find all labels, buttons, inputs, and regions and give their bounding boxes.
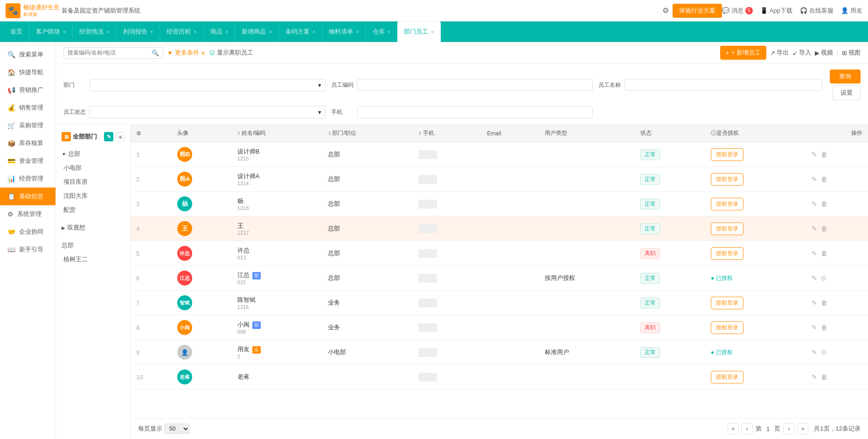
auth-button[interactable]: 授权登录 — [711, 247, 743, 260]
page-size-select[interactable]: 50 100 200 — [164, 424, 190, 434]
auth-button[interactable]: 授权登录 — [711, 321, 743, 334]
auth-button[interactable]: 授权登录 — [711, 173, 743, 186]
auth-button[interactable]: 授权登录 — [711, 223, 743, 235]
next-page-button[interactable]: › — [783, 423, 794, 434]
dept-select[interactable]: ▾ — [90, 79, 326, 91]
dept-item-peihuo[interactable]: 配货 — [56, 203, 130, 217]
edit-icon[interactable]: ✎ — [812, 200, 817, 208]
delete-icon[interactable]: 🗑 — [821, 299, 827, 307]
delete-icon[interactable]: 🗑 — [821, 151, 827, 158]
col-name[interactable]: ↕ 姓名/编码 — [232, 125, 322, 142]
search-box[interactable]: 🔍 — [63, 47, 163, 59]
col-settings[interactable]: ⚙ — [131, 125, 172, 142]
sidebar-item-sales[interactable]: 💰 销售管理 — [0, 99, 56, 117]
add-employee-button[interactable]: + + 新增员工 — [720, 46, 766, 60]
export-button[interactable]: ↗ 导出 — [770, 49, 789, 57]
view-button[interactable]: ⊞ 视图 — [842, 49, 861, 57]
page-number: 1 — [766, 425, 770, 432]
nav-tab-customer[interactable]: 客户联络 × — [29, 21, 73, 42]
nav-tab-barcode[interactable]: 条码方案 × — [279, 21, 322, 42]
show-disabled-toggle[interactable]: ☑ 显示离职员工 — [209, 49, 253, 57]
nav-tab-add-goods[interactable]: 新增商品 × — [235, 21, 278, 42]
sidebar-item-finance[interactable]: 💳 资金管理 — [0, 152, 56, 170]
app-download-button[interactable]: 📱 App下载 — [760, 7, 792, 15]
sidebar-item-inventory[interactable]: 📦 库存核算 — [0, 134, 56, 152]
last-page-button[interactable]: » — [797, 423, 808, 434]
dept-group-shuanglu-header[interactable]: ▶ 双鹿想 — [56, 221, 130, 235]
service-icon: 🎧 — [800, 7, 807, 14]
query-button[interactable]: 查询 — [830, 70, 861, 84]
collapse-button[interactable]: ◀ — [115, 132, 125, 141]
col-dept[interactable]: ↕ 部门/职位 — [322, 125, 413, 142]
delete-icon[interactable]: 🗑 — [821, 373, 827, 381]
sidebar-item-nav[interactable]: 🏠 快捷导航 — [0, 63, 56, 81]
trial-button[interactable]: 体验行业方案 — [673, 4, 722, 18]
dept-item-project[interactable]: 项目库房 — [56, 175, 130, 189]
dept-header: ⊞ 全部部门 ✎ ◀ — [56, 128, 130, 145]
nav-tab-history[interactable]: 经营历程 × — [160, 21, 203, 42]
sidebar-item-business[interactable]: 📊 经营管理 — [0, 170, 56, 188]
nav-tab-operation[interactable]: 经营情况 × — [73, 21, 116, 42]
nav-tab-profit[interactable]: 利润报告 × — [117, 21, 160, 42]
dept-edit-icon[interactable]: ✎ — [104, 132, 113, 141]
message-button[interactable]: 💬 消息 5 — [722, 7, 753, 15]
first-page-button[interactable]: « — [728, 423, 739, 434]
dept-group-head-header[interactable]: ▼ 总部 — [56, 147, 130, 161]
delete-icon[interactable]: 🗑 — [821, 175, 827, 183]
nav-tab-home[interactable]: 首页 — [4, 21, 29, 42]
auth-button[interactable]: 授权登录 — [711, 371, 743, 383]
table-row: 9 👤 用友 应 2 小电部 — [131, 340, 868, 365]
emp-code-label: 员工编码 — [331, 81, 354, 89]
copy-icon[interactable]: ⊙ — [821, 348, 826, 356]
edit-icon[interactable]: ✎ — [812, 250, 817, 257]
user-button[interactable]: 👤 用友 — [841, 7, 862, 15]
auth-button[interactable]: 授权登录 — [711, 148, 743, 161]
phone-input[interactable] — [357, 106, 593, 118]
reset-button[interactable]: 设置 — [833, 85, 861, 100]
emp-code-input[interactable] — [357, 79, 593, 91]
delete-icon[interactable]: 🗑 — [821, 200, 827, 208]
auth-button[interactable]: 授权登录 — [711, 198, 743, 210]
nav-tab-goods[interactable]: 商品 × — [204, 21, 235, 42]
auth-button[interactable]: 授权登录 — [711, 297, 743, 309]
delete-icon[interactable]: 🗑 — [821, 225, 827, 232]
nav-tab-staff[interactable]: 部门员工 × — [397, 21, 441, 42]
more-filter-button[interactable]: ▼ 更多条件 ∧ — [167, 49, 206, 57]
dept-item-xiaodian[interactable]: 小电部 — [56, 161, 130, 175]
nav-tab-warehouse[interactable]: 仓库 × — [366, 21, 397, 42]
delete-icon[interactable]: 🗑 — [821, 250, 827, 257]
dept-group-zongbu-header[interactable]: 总部 — [56, 238, 130, 252]
collab-icon: 🤝 — [7, 228, 15, 236]
edit-icon[interactable]: ✎ — [812, 324, 817, 331]
search-input[interactable] — [68, 49, 152, 56]
delete-icon[interactable]: 🗑 — [821, 324, 827, 331]
sidebar-item-purchase[interactable]: 🛒 采购管理 — [0, 117, 56, 134]
sidebar-item-basic[interactable]: 📋 基础信息 — [0, 188, 56, 205]
edit-icon[interactable]: ✎ — [812, 151, 817, 158]
top-bar: 🐾 畅捷通好生意 标准版 装备及固定资产辅助管理系统 ⚙ 体验行业方案 💬 消息… — [0, 0, 868, 21]
import-button[interactable]: ↙ 导入 — [792, 49, 811, 57]
edit-icon[interactable]: ✎ — [812, 175, 817, 183]
edit-icon[interactable]: ✎ — [812, 299, 817, 307]
col-phone[interactable]: ↕ 手机 — [413, 125, 481, 142]
online-service-button[interactable]: 🎧 在线客服 — [800, 7, 833, 15]
sidebar-item-search[interactable]: 🔍 搜索菜单 — [0, 46, 56, 63]
edit-icon[interactable]: ✎ — [812, 225, 817, 232]
dept-item-zhushu[interactable]: 植树王二 — [56, 252, 130, 266]
edit-icon[interactable]: ✎ — [812, 373, 817, 381]
edit-icon[interactable]: ✎ — [812, 348, 817, 356]
emp-name-input[interactable] — [625, 79, 822, 91]
video-button[interactable]: ▶ 视频 — [815, 49, 833, 57]
sidebar-item-guide[interactable]: 📖 新手引导 — [0, 241, 56, 258]
sidebar-item-marketing[interactable]: 📢 营销推广 — [0, 81, 56, 99]
copy-icon[interactable]: ⊙ — [821, 274, 826, 282]
sidebar-item-collab[interactable]: 🤝 企业协同 — [0, 223, 56, 241]
dept-item-shenyang[interactable]: 沈阳大库 — [56, 189, 130, 203]
edit-icon[interactable]: ✎ — [812, 274, 817, 282]
nav-tab-bom[interactable]: 物料清单 × — [322, 21, 366, 42]
prev-page-button[interactable]: ‹ — [742, 423, 753, 434]
settings-icon[interactable]: ⚙ — [662, 6, 669, 15]
sidebar-item-system[interactable]: ⚙ 系统管理 — [0, 205, 56, 223]
emp-status-select[interactable]: ▾ — [90, 106, 326, 118]
dept-group-head: ▼ 总部 小电部 项目库房 沈阳大库 配货 — [56, 145, 130, 219]
